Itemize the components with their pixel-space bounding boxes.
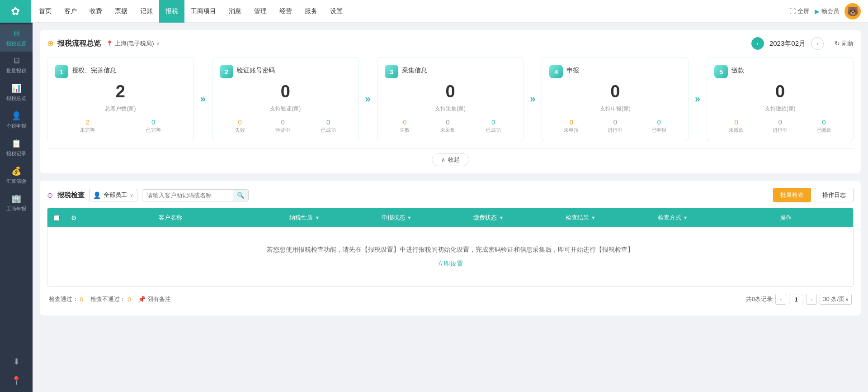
filter-icon-2[interactable]: ▼ bbox=[407, 215, 412, 220]
sidebar-item-label: 报税记录 bbox=[6, 150, 26, 157]
play-icon: ▶ bbox=[815, 8, 820, 15]
collapse-arrow-icon: ∧ bbox=[441, 157, 445, 163]
fullscreen-icon: ⛶ bbox=[789, 8, 796, 15]
batch-check-button[interactable]: 批量检查 bbox=[773, 188, 811, 202]
vip-btn[interactable]: ▶ 畅会员 bbox=[815, 7, 839, 15]
filter-icon-4[interactable]: ▼ bbox=[591, 215, 596, 220]
search-box: 🔍 bbox=[142, 189, 249, 201]
sidebar-item-label: 汇算清缴 bbox=[6, 178, 26, 185]
nav-item-accounting[interactable]: 记账 bbox=[134, 0, 159, 23]
empty-message: 若您想使用报税检查功能，请先在【报税设置】中进行报税的初始化设置，完成密码验证和… bbox=[267, 243, 634, 271]
step-stats-4: 0 未申报 0 进行中 0 已申报 bbox=[549, 118, 681, 134]
total-records: 共0条记录 bbox=[746, 295, 773, 303]
avatar: 🐻 bbox=[844, 3, 861, 19]
page-input[interactable] bbox=[789, 295, 803, 304]
next-month-btn[interactable]: › bbox=[811, 37, 824, 50]
stat-3-2: 0 已成功 bbox=[486, 118, 501, 134]
step-stats-5: 0 未缴款 0 进行中 0 已缴款 bbox=[714, 118, 846, 134]
flow-card-1: 1 授权、完善信息 2 总客户数(家) 2 未完善 0 已完善 bbox=[47, 57, 194, 141]
fullscreen-btn[interactable]: ⛶ 全屏 bbox=[789, 7, 809, 15]
th-operation: 操作 bbox=[719, 214, 853, 222]
month-label: 2023年02月 bbox=[769, 39, 806, 48]
tax-overview-icon: 📊 bbox=[11, 83, 21, 93]
refresh-icon: ↻ bbox=[835, 40, 840, 47]
footer-stats: 检查通过： 0 检查不通过： 0 📌 囧有备注 bbox=[49, 295, 171, 303]
nav-item-settings[interactable]: 设置 bbox=[324, 0, 349, 23]
refresh-btn[interactable]: ↻ 刷新 bbox=[835, 39, 854, 48]
stat-2-2: 0 已成功 bbox=[321, 118, 336, 134]
sidebar-item-tax-settings[interactable]: 🖥 报税设置 bbox=[0, 24, 33, 52]
next-page-btn[interactable]: › bbox=[806, 294, 817, 305]
sidebar-item-location[interactable]: 📍 bbox=[0, 371, 33, 390]
flow-card-3: 3 采集信息 0 支持采集(家) 0 失败 0 未采集 bbox=[377, 57, 524, 141]
search-input[interactable] bbox=[142, 190, 233, 201]
location-tag[interactable]: 📍 上海(电子税局) ∨ bbox=[106, 39, 160, 48]
th-check-result: 检查结果 ▼ bbox=[535, 214, 627, 222]
month-nav: ‹ 2023年02月 › bbox=[751, 37, 824, 50]
arrow-right-icon-2: » bbox=[365, 93, 370, 105]
nav-item-operation[interactable]: 经营 bbox=[273, 0, 298, 23]
stat-5-2: 0 已缴款 bbox=[816, 118, 831, 134]
sidebar-item-batch-tax[interactable]: 🖥 批量报税 bbox=[0, 52, 33, 79]
th-declare-status: 申报状态 ▼ bbox=[351, 214, 443, 222]
step-subtitle-2: 支持验证(家) bbox=[220, 105, 351, 113]
arrow-right-icon-4: » bbox=[695, 93, 700, 105]
search-button[interactable]: 🔍 bbox=[233, 190, 248, 201]
step-title-1: 授权、完善信息 bbox=[72, 65, 116, 75]
prev-month-btn[interactable]: ‹ bbox=[751, 37, 764, 50]
nav-item-tax[interactable]: 报税 bbox=[159, 0, 184, 23]
nav-item-client[interactable]: 客户 bbox=[58, 0, 83, 23]
nav-item-home[interactable]: 首页 bbox=[33, 0, 58, 23]
employee-select[interactable]: 👤 全部员工 ∨ bbox=[89, 189, 137, 201]
nav-item-message[interactable]: 消息 bbox=[222, 0, 248, 23]
pass-count[interactable]: 0 bbox=[80, 296, 83, 303]
th-checkbox-cell bbox=[47, 215, 66, 221]
select-all-checkbox[interactable] bbox=[54, 215, 60, 221]
fail-count[interactable]: 0 bbox=[127, 296, 131, 303]
sidebar-item-personal-tax[interactable]: 👤 个税申报 bbox=[0, 106, 33, 134]
dropdown-arrow-icon: ∨ bbox=[130, 192, 133, 198]
step-title-3: 采集信息 bbox=[402, 65, 427, 75]
step-count-4: 0 bbox=[549, 82, 681, 101]
fail-stat: 检查不通过： 0 bbox=[90, 295, 131, 303]
sidebar-item-tax-overview[interactable]: 📊 报税总览 bbox=[0, 79, 33, 106]
step-subtitle-3: 支持采集(家) bbox=[385, 105, 516, 113]
filter-icon-5[interactable]: ▼ bbox=[683, 215, 688, 220]
sidebar-item-label: 个税申报 bbox=[6, 123, 26, 129]
prev-page-btn[interactable]: ‹ bbox=[775, 294, 786, 305]
location-pin-icon: 📍 bbox=[106, 40, 113, 47]
collapse-btn[interactable]: ∧ 收起 bbox=[432, 153, 469, 166]
nav-item-fee[interactable]: 收费 bbox=[83, 0, 108, 23]
nav-item-business[interactable]: 工商项目 bbox=[184, 0, 222, 23]
table-body-empty: 若您想使用报税检查功能，请先在【报税设置】中进行报税的初始化设置，完成密码验证和… bbox=[47, 227, 853, 286]
sidebar-item-tax-record[interactable]: 📋 报税记录 bbox=[0, 134, 33, 162]
sidebar-item-annual-report[interactable]: 🏢 工商年报 bbox=[0, 189, 33, 217]
setup-link[interactable]: 立即设置 bbox=[438, 260, 463, 267]
step-title-2: 验证账号密码 bbox=[237, 65, 275, 75]
step-num-5: 5 bbox=[714, 65, 728, 78]
gear-icon[interactable]: ⚙ bbox=[71, 214, 77, 221]
nav-item-manage[interactable]: 管理 bbox=[248, 0, 273, 23]
pagination: 共0条记录 ‹ › 30 条/页 ∨ bbox=[746, 294, 852, 305]
flow-cards: 1 授权、完善信息 2 总客户数(家) 2 未完善 0 已完善 bbox=[47, 57, 854, 141]
step-num-3: 3 bbox=[385, 65, 398, 78]
th-name: 客户名称 bbox=[82, 214, 259, 222]
sidebar-item-label: 报税设置 bbox=[6, 40, 26, 47]
stat-1-0: 2 未完善 bbox=[80, 118, 95, 134]
page-size-dropdown-icon: ∨ bbox=[845, 297, 849, 302]
sidebar-item-settlement[interactable]: 💰 汇算清缴 bbox=[0, 162, 33, 189]
step-subtitle-5: 支持缴款(家) bbox=[714, 105, 846, 113]
annual-report-icon: 🏢 bbox=[11, 194, 21, 204]
stat-2-1: 0 验证中 bbox=[275, 118, 290, 134]
page-size-select[interactable]: 30 条/页 ∨ bbox=[820, 294, 852, 305]
nav-item-invoice[interactable]: 票据 bbox=[108, 0, 134, 23]
filter-icon-3[interactable]: ▼ bbox=[499, 215, 504, 220]
arrow-right-icon-3: » bbox=[530, 93, 535, 105]
filter-icon-1[interactable]: ▼ bbox=[315, 215, 320, 220]
sidebar-item-download[interactable]: ⬇ bbox=[0, 352, 33, 371]
nav-item-service[interactable]: 服务 bbox=[298, 0, 324, 23]
operation-log-button[interactable]: 操作日志 bbox=[815, 188, 854, 202]
sidebar-item-label: 批量报税 bbox=[6, 67, 26, 74]
th-gear-cell: ⚙ bbox=[66, 214, 82, 221]
arrow-1: » bbox=[194, 57, 212, 141]
